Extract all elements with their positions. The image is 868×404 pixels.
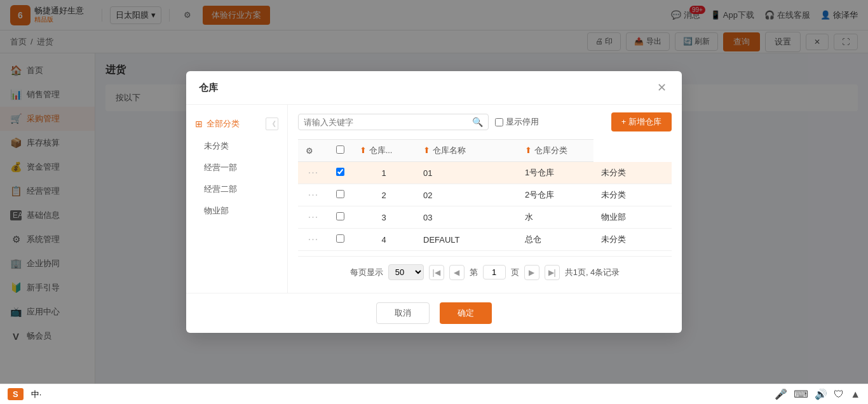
per-page-label: 每页显示 <box>350 267 383 278</box>
modal-sidebar-all-category[interactable]: ⊞ 全部分类 《 <box>186 112 287 135</box>
warehouse-modal: 仓库 ✕ ⊞ 全部分类 《 未分类 经营一部 经营二部 <box>186 71 682 333</box>
modal-main-content: 🔍 显示停用 + 新增仓库 ⚙ <box>288 105 682 293</box>
row-checkbox[interactable] <box>336 234 344 243</box>
row-checkbox[interactable] <box>336 168 344 176</box>
select-all-checkbox[interactable] <box>336 145 344 154</box>
sort-icon2: ⬆ <box>423 145 430 155</box>
shield-icon[interactable]: 🛡 <box>834 389 844 400</box>
mic-icon[interactable]: 🎤 <box>775 388 787 400</box>
row-type-cell: 未分类 <box>593 229 672 251</box>
gear-icon[interactable]: ⚙ <box>306 146 313 156</box>
cancel-button[interactable]: 取消 <box>376 302 430 324</box>
sort-icon3: ⬆ <box>525 145 532 155</box>
modal-header: 仓库 ✕ <box>186 71 682 105</box>
row-more-icon[interactable]: ··· <box>308 234 318 245</box>
page-number-input[interactable] <box>483 265 506 279</box>
row-check-cell <box>329 162 352 184</box>
search-input[interactable] <box>304 118 472 127</box>
row-type-cell: 物业部 <box>593 206 672 229</box>
row-more-icon[interactable]: ··· <box>308 212 318 222</box>
row-gear-cell: ··· <box>298 184 329 206</box>
modal-sidebar-item-ops1[interactable]: 经营一部 <box>186 157 287 178</box>
row-name-cell: 水 <box>517 206 593 229</box>
row-name-cell: 2号仓库 <box>517 184 593 206</box>
col-type-label: 仓库分类 <box>534 145 567 155</box>
next-page-button[interactable]: ▶ <box>524 265 539 280</box>
table-row[interactable]: ··· 3 03 水 物业部 <box>298 206 672 229</box>
table-row[interactable]: ··· 1 01 1号仓库 未分类 <box>298 162 672 184</box>
row-check-cell <box>329 184 352 206</box>
row-code-cell: 01 <box>416 162 517 184</box>
page-suffix: 页 <box>511 267 519 278</box>
col-header-name: ⬆ 仓库名称 <box>416 140 517 162</box>
add-warehouse-button[interactable]: + 新增仓库 <box>611 112 672 131</box>
row-name-cell: 总仓 <box>517 229 593 251</box>
modal-toolbar: 🔍 显示停用 + 新增仓库 <box>298 112 672 131</box>
row-code-cell: 03 <box>416 206 517 229</box>
all-category-label: 全部分类 <box>207 118 240 130</box>
more-icon[interactable]: ▲ <box>850 389 860 400</box>
table-header-row: ⚙ ⬆ 仓库... ⬆ <box>298 140 672 162</box>
bottom-bar: S 中· 🎤 ⌨ 🔊 🛡 ▲ <box>0 384 868 404</box>
row-check-cell <box>329 206 352 229</box>
warehouse-table: ⚙ ⬆ 仓库... ⬆ <box>298 139 672 251</box>
col-header-code: ⬆ 仓库... <box>352 140 416 162</box>
modal-pagination: 每页显示 50 20 100 |◀ ◀ 第 页 ▶ ▶| 共1页, 4条记录 <box>298 256 672 285</box>
volume-icon[interactable]: 🔊 <box>815 388 827 400</box>
grid-icon: ⊞ <box>195 119 203 129</box>
col-header-type: ⬆ 仓库分类 <box>517 140 593 162</box>
modal-title: 仓库 <box>199 82 218 94</box>
modal-search-box[interactable]: 🔍 <box>298 114 489 130</box>
bottom-text: 中· <box>31 389 42 400</box>
row-checkbox[interactable] <box>336 212 344 220</box>
modal-body: ⊞ 全部分类 《 未分类 经营一部 经营二部 物业部 <box>186 105 682 293</box>
prev-page-button[interactable]: ◀ <box>449 265 465 280</box>
keyboard-icon[interactable]: ⌨ <box>794 388 808 400</box>
sort-icon: ⬆ <box>360 145 367 155</box>
show-disabled-label[interactable]: 显示停用 <box>495 116 539 128</box>
table-container: ⚙ ⬆ 仓库... ⬆ <box>298 139 672 251</box>
row-no-cell: 2 <box>352 184 416 206</box>
row-no-cell: 4 <box>352 229 416 251</box>
bottom-logo: S <box>8 388 24 400</box>
row-gear-cell: ··· <box>298 229 329 251</box>
row-type-cell: 未分类 <box>593 162 672 184</box>
show-disabled-checkbox[interactable] <box>495 118 503 126</box>
modal-footer: 取消 确定 <box>186 293 682 333</box>
row-code-cell: 02 <box>416 184 517 206</box>
row-no-cell: 1 <box>352 162 416 184</box>
row-check-cell <box>329 229 352 251</box>
row-type-cell: 未分类 <box>593 184 672 206</box>
row-checkbox[interactable] <box>336 190 344 198</box>
table-row[interactable]: ··· 2 02 2号仓库 未分类 <box>298 184 672 206</box>
col-header-check <box>329 140 352 162</box>
modal-sidebar-item-property[interactable]: 物业部 <box>186 200 287 222</box>
modal-sidebar: ⊞ 全部分类 《 未分类 经营一部 经营二部 物业部 <box>186 105 288 293</box>
col-name-label: 仓库名称 <box>433 145 466 155</box>
modal-sidebar-item-uncategorized[interactable]: 未分类 <box>186 135 287 157</box>
total-info: 共1页, 4条记录 <box>565 267 620 278</box>
confirm-button[interactable]: 确定 <box>440 302 492 324</box>
col-code-label: 仓库... <box>369 145 393 155</box>
bottom-icons: 🎤 ⌨ 🔊 🛡 ▲ <box>775 388 860 400</box>
col-header-gear: ⚙ <box>298 140 329 162</box>
row-more-icon[interactable]: ··· <box>308 167 318 178</box>
row-more-icon[interactable]: ··· <box>308 189 318 200</box>
last-page-button[interactable]: ▶| <box>545 265 560 280</box>
sidebar-collapse-button[interactable]: 《 <box>266 118 278 130</box>
modal-close-button[interactable]: ✕ <box>654 80 669 95</box>
row-code-cell: DEFAULT <box>416 229 517 251</box>
modal-sidebar-item-ops2[interactable]: 经营二部 <box>186 178 287 200</box>
search-icon[interactable]: 🔍 <box>472 117 483 127</box>
first-page-button[interactable]: |◀ <box>429 265 444 280</box>
row-gear-cell: ··· <box>298 162 329 184</box>
row-name-cell: 1号仓库 <box>517 162 593 184</box>
modal-overlay[interactable]: 仓库 ✕ ⊞ 全部分类 《 未分类 经营一部 经营二部 <box>0 0 868 404</box>
table-row[interactable]: ··· 4 DEFAULT 总仓 未分类 <box>298 229 672 251</box>
per-page-select[interactable]: 50 20 100 <box>388 264 424 280</box>
show-disabled-text: 显示停用 <box>506 116 539 128</box>
row-no-cell: 3 <box>352 206 416 229</box>
page-label: 第 <box>470 267 478 278</box>
row-gear-cell: ··· <box>298 206 329 229</box>
